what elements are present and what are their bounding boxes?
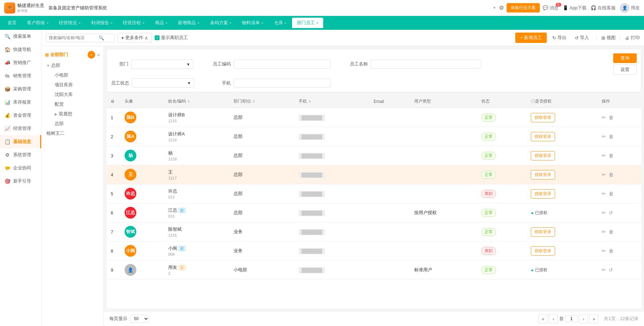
user-area[interactable]: 👤 用友 (620, 3, 640, 13)
collapse-icon[interactable]: « (97, 52, 100, 58)
dept-node-shenyang[interactable]: 沈阳大库 (50, 90, 103, 99)
delete-button[interactable]: 🗑 (609, 115, 614, 120)
auth-login-button[interactable]: 授权登录 (531, 151, 555, 160)
col-phone[interactable]: 手机 ⇅ (294, 95, 369, 108)
show-disabled-checkbox[interactable]: ✓ 显示离职员工 (155, 35, 188, 41)
sidebar-item-purchase[interactable]: 📦 采购管理 (0, 82, 41, 96)
export-button[interactable]: ↻ 导出 (550, 33, 569, 42)
sidebar-item-quicknav[interactable]: 🏠 快捷导航 (0, 43, 41, 56)
edit-button[interactable]: ✏ (602, 248, 606, 254)
edit-button[interactable]: ✏ (602, 210, 606, 215)
gear-icon[interactable]: ⚙ (499, 5, 504, 11)
dept-node-headquarters[interactable]: ▼ 总部 (42, 61, 103, 70)
query-button[interactable]: 查询 (613, 53, 637, 63)
edit-button[interactable]: ✏ (602, 115, 606, 120)
close-icon[interactable]: × (110, 21, 112, 25)
tab-home[interactable]: 首页 (3, 18, 21, 28)
more-filters-button[interactable]: ▾ 更多条件 ∧ (118, 33, 152, 43)
view-button[interactable]: ⊞ 视图 (601, 35, 616, 41)
last-page-button[interactable]: » (589, 314, 598, 323)
delete-button[interactable]: 🗑 (609, 229, 614, 235)
tab-goods[interactable]: 商品 × (150, 18, 172, 28)
edit-button[interactable]: ✏ (602, 153, 606, 158)
prev-page-button[interactable]: ‹ (549, 314, 558, 323)
tab-employee[interactable]: 部门员工 × (292, 18, 323, 28)
search-input[interactable] (49, 35, 97, 40)
delete-button[interactable]: 🗑 (609, 191, 614, 196)
sidebar-item-sales[interactable]: 🛍 销售管理 (0, 69, 41, 82)
auth-login-button[interactable]: 授权登录 (531, 170, 555, 179)
auth-login-button[interactable]: 授权登录 (531, 132, 555, 141)
delete-button[interactable]: 🗑 (609, 153, 614, 158)
tab-bom[interactable]: 物料清单 × (237, 18, 268, 28)
dept-node-shushu[interactable]: 植树王二 (42, 129, 103, 138)
tab-operations[interactable]: 经营情况 × (54, 18, 85, 28)
tab-history[interactable]: 经营历程 × (118, 18, 149, 28)
sidebar-item-marketing[interactable]: 📣 营销推广 (0, 56, 41, 69)
import-button[interactable]: ↺ 导入 (572, 33, 592, 42)
close-icon[interactable]: × (284, 21, 287, 25)
close-icon[interactable]: × (78, 21, 80, 25)
col-name[interactable]: 姓名/编码 ⇅ (164, 95, 229, 108)
app-download-button[interactable]: 📱 App下载 (563, 5, 587, 11)
edit-button[interactable]: ✏ (602, 134, 606, 139)
tab-customer[interactable]: 客户联络 × (22, 18, 53, 28)
delete-button[interactable]: 🗑 (609, 172, 614, 177)
sidebar-item-search[interactable]: 🔍 搜索菜单 (0, 30, 41, 43)
tab-warehouse[interactable]: 仓库 × (269, 18, 291, 28)
close-icon[interactable]: × (261, 21, 263, 25)
auth-login-button[interactable]: 授权登录 (531, 189, 555, 199)
col-settings[interactable]: ⚙ (107, 95, 120, 108)
dept-node-zongbu[interactable]: 总部 (50, 119, 103, 129)
dept-node-projroom[interactable]: 项目库房 (50, 80, 103, 90)
dept-node-shuanglu[interactable]: ▶ 双鹿想 (50, 109, 103, 119)
close-icon[interactable]: × (46, 21, 48, 25)
sidebar-item-collab[interactable]: 🤝 企业协同 (0, 161, 41, 175)
close-icon[interactable]: × (165, 21, 167, 25)
sidebar-item-inventory[interactable]: 📊 库存核算 (0, 96, 41, 109)
dept-node-xiaodibu[interactable]: 小电部 (50, 70, 103, 80)
online-service-button[interactable]: 🎧 在线客服 (591, 5, 616, 11)
sidebar-item-finance[interactable]: 💰 资金管理 (0, 109, 41, 122)
delete-button[interactable]: ↺ (609, 210, 613, 215)
close-icon[interactable]: × (316, 21, 318, 25)
auth-login-button[interactable]: 授权登录 (531, 227, 555, 237)
delete-button[interactable]: ↺ (609, 267, 613, 273)
auth-login-button[interactable]: 授权登录 (531, 246, 555, 256)
edit-button[interactable]: ✏ (602, 229, 606, 235)
phone-input[interactable] (234, 79, 330, 88)
close-icon[interactable]: × (197, 21, 199, 25)
sidebar-item-system[interactable]: ⚙ 系统管理 (0, 148, 41, 161)
edit-button[interactable]: ✏ (602, 172, 606, 177)
tab-add-goods[interactable]: 新增商品 × (173, 18, 204, 28)
tab-profit[interactable]: 利润报告 × (86, 18, 117, 28)
col-dept[interactable]: 部门/职位 ⇅ (229, 95, 295, 108)
first-page-button[interactable]: « (538, 314, 547, 323)
print-button[interactable]: 🖨 打印 (625, 35, 640, 41)
dept-node-peihuo[interactable]: 配货 (50, 99, 103, 109)
search-box[interactable]: 🔍 (46, 34, 115, 42)
edit-button[interactable]: ✏ (602, 267, 606, 273)
reset-button[interactable]: 设置 (613, 64, 637, 75)
add-employee-button[interactable]: + 新增员工 (515, 33, 547, 43)
sidebar-item-guide[interactable]: 🎯 新手引导 (0, 175, 41, 188)
next-page-button[interactable]: › (579, 314, 588, 323)
sys-dropdown-icon[interactable]: ▼ (493, 6, 496, 10)
delete-button[interactable]: 🗑 (609, 248, 614, 254)
emp-status-select[interactable]: ▾ (132, 78, 194, 88)
edit-button[interactable]: ✏ (602, 191, 606, 196)
dept-filter-select[interactable]: ▾ (131, 60, 193, 69)
close-icon[interactable]: × (142, 21, 144, 25)
sidebar-item-operations[interactable]: 📈 经营管理 (0, 122, 41, 135)
emp-code-input[interactable] (234, 60, 330, 69)
trial-button[interactable]: 体验行业方案 (507, 3, 540, 12)
emp-name-input[interactable] (371, 60, 481, 69)
sidebar-item-basic[interactable]: 📋 基础信息 (0, 135, 41, 148)
add-dept-button[interactable]: + (88, 51, 95, 59)
page-number-input[interactable] (565, 315, 578, 322)
close-icon[interactable]: × (229, 21, 232, 25)
message-button[interactable]: 💬 消息 5 (543, 5, 559, 11)
page-size-select[interactable]: 50 20 100 (130, 315, 149, 323)
auth-login-button[interactable]: 授权登录 (531, 113, 555, 122)
tab-barcode[interactable]: 条码方案 × (205, 18, 236, 28)
